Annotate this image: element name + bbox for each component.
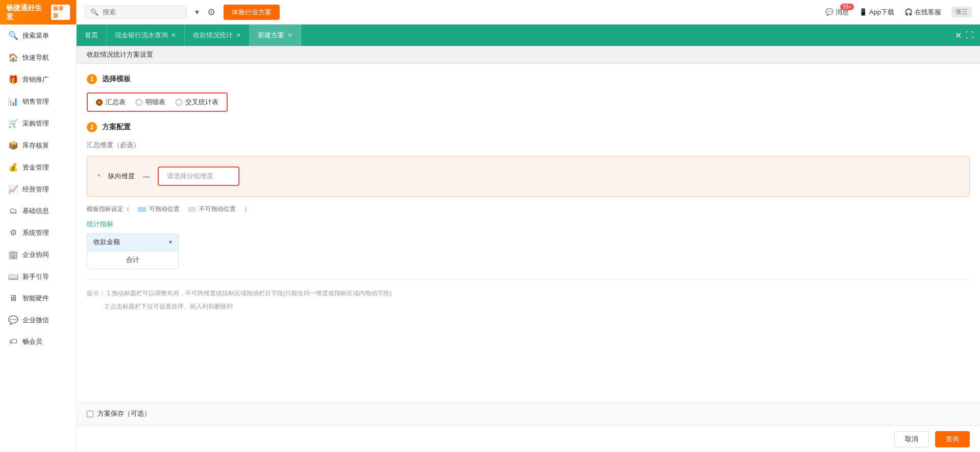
metrics-config: 模板指标设定（ 可拖动位置 不可拖动位置 ） 统计指标 bbox=[87, 205, 970, 269]
metrics-total-text: 合计 bbox=[126, 256, 139, 264]
metrics-total-row: 合计 bbox=[87, 251, 178, 269]
tip2-text: 2.点击标题栏下拉可设置排序、插入列和删除列 bbox=[105, 303, 233, 310]
sidebar-item-enterprise[interactable]: 🏢 企业协同 bbox=[0, 244, 76, 266]
step2-badge: 2 bbox=[87, 122, 97, 132]
user-avatar[interactable]: 张三 bbox=[951, 7, 972, 17]
template-summary-radio[interactable] bbox=[96, 99, 103, 106]
dimension-select[interactable]: 请选择分组维度 bbox=[158, 166, 239, 186]
sidebar-item-marketing[interactable]: 🎁 营销推广 bbox=[0, 68, 76, 90]
marketing-icon: 🎁 bbox=[8, 75, 18, 84]
dimension-arrow: — bbox=[143, 173, 150, 180]
settings-icon[interactable]: ⚙ bbox=[207, 7, 215, 18]
page-body: 1 选择模板 汇总表 明细表 交叉统计表 bbox=[77, 64, 980, 402]
template-cross-radio[interactable] bbox=[176, 99, 182, 106]
dimension-placeholder: 请选择分组维度 bbox=[167, 172, 213, 180]
sidebar-item-label: 新手引导 bbox=[22, 272, 49, 281]
sidebar-item-inventory[interactable]: 📦 库存核算 bbox=[0, 134, 76, 156]
sidebar-item-label: 搜索菜单 bbox=[22, 31, 49, 40]
sidebar-item-label: 资金管理 bbox=[22, 163, 49, 172]
tab-new-plan[interactable]: 新建方案 ✕ bbox=[250, 25, 301, 46]
online-support-button[interactable]: 🎧 在线客服 bbox=[904, 8, 941, 17]
template-summary-option[interactable]: 汇总表 bbox=[96, 98, 126, 107]
sidebar-item-system[interactable]: ⚙ 系统管理 bbox=[0, 222, 76, 244]
template-options: 汇总表 明细表 交叉统计表 bbox=[87, 92, 228, 112]
draggable-legend: 可拖动位置 bbox=[138, 205, 180, 213]
not-draggable-label: 不可拖动位置 bbox=[199, 205, 236, 213]
tab-receipt-stats-label: 收款情况统计 bbox=[193, 31, 233, 40]
tab-receipt-stats[interactable]: 收款情况统计 ✕ bbox=[185, 25, 250, 46]
bottom-action-bar: 取消 查询 bbox=[77, 425, 980, 452]
save-checkbox[interactable] bbox=[87, 411, 93, 417]
step2-title: 方案配置 bbox=[102, 123, 131, 132]
sidebar-item-search-menu[interactable]: 🔍 搜索菜单 bbox=[0, 25, 76, 46]
inventory-icon: 📦 bbox=[8, 140, 18, 150]
app-download-button[interactable]: 📱 App下载 bbox=[859, 8, 894, 17]
metrics-dropdown-icon[interactable]: ▾ bbox=[169, 239, 172, 246]
sidebar-item-label: 快速导航 bbox=[22, 53, 49, 62]
topbar-dropdown-button[interactable]: ▾ bbox=[195, 7, 199, 17]
query-button[interactable]: 查询 bbox=[935, 431, 970, 447]
metrics-section-label: 统计指标 bbox=[87, 220, 970, 229]
industry-plan-button[interactable]: 体验行业方案 bbox=[224, 5, 280, 20]
tab-bank-flow[interactable]: 现金银行流水查询 ✕ bbox=[107, 25, 185, 46]
tab-home-label: 首页 bbox=[85, 31, 98, 40]
sidebar-item-quick-nav[interactable]: 🏠 快速导航 bbox=[0, 46, 76, 68]
smart-hw-icon: 🖥 bbox=[8, 294, 18, 303]
purchase-icon: 🛒 bbox=[8, 118, 18, 128]
notification-button[interactable]: 💬 消息 99+ bbox=[825, 8, 849, 17]
not-draggable-legend: 不可拖动位置 bbox=[188, 205, 236, 213]
tab-expand-button[interactable]: ⛶ bbox=[966, 31, 974, 40]
step2-header: 2 方案配置 bbox=[87, 122, 970, 132]
sidebar-item-smart-hw[interactable]: 🖥 智能硬件 bbox=[0, 288, 76, 309]
sidebar-item-purchase[interactable]: 🛒 采购管理 bbox=[0, 112, 76, 134]
finance-icon: 💰 bbox=[8, 162, 18, 172]
metrics-table: 收款金额 ▾ 合计 bbox=[87, 233, 179, 269]
member-icon: 🏷 bbox=[8, 337, 18, 346]
support-icon: 🎧 bbox=[904, 8, 913, 16]
template-detail-radio[interactable] bbox=[136, 99, 142, 106]
metrics-config-prefix: 模板指标设定（ bbox=[87, 205, 130, 213]
search-input[interactable] bbox=[103, 8, 174, 16]
template-cross-label: 交叉统计表 bbox=[185, 98, 218, 107]
tab-close-all-button[interactable]: ✕ bbox=[955, 31, 962, 40]
tab-home[interactable]: 首页 bbox=[77, 25, 107, 46]
sales-icon: 📊 bbox=[8, 97, 18, 106]
sidebar-item-finance[interactable]: 💰 资金管理 bbox=[0, 156, 76, 178]
sidebar-item-label: 经营管理 bbox=[22, 185, 49, 194]
step1-title: 选择模板 bbox=[102, 75, 131, 84]
step1-badge: 1 bbox=[87, 74, 97, 84]
sidebar-item-member[interactable]: 🏷 畅会员 bbox=[0, 331, 76, 352]
logo-name: 畅捷通好生意 bbox=[6, 4, 47, 21]
tab-bank-flow-close[interactable]: ✕ bbox=[171, 32, 176, 39]
page-breadcrumb: 收款情况统计方案设置 bbox=[77, 46, 980, 64]
sidebar-item-wechat[interactable]: 💬 企业微信 bbox=[0, 309, 76, 331]
not-draggable-indicator bbox=[188, 207, 196, 212]
topbar-search-box[interactable]: 🔍 bbox=[85, 6, 187, 18]
metrics-header-row[interactable]: 收款金额 ▾ bbox=[87, 233, 178, 251]
sidebar-item-operations[interactable]: 📈 经营管理 bbox=[0, 178, 76, 200]
draggable-label: 可拖动位置 bbox=[149, 205, 180, 213]
search-icon: 🔍 bbox=[90, 8, 99, 16]
sidebar-item-basic-info[interactable]: 🗂 基础信息 bbox=[0, 200, 76, 222]
sidebar-item-newbie[interactable]: 📖 新手引导 bbox=[0, 266, 76, 288]
sidebar-item-sales[interactable]: 📊 销售管理 bbox=[0, 90, 76, 112]
topbar-right: 💬 消息 99+ 📱 App下载 🎧 在线客服 张三 bbox=[825, 7, 972, 17]
template-cross-option[interactable]: 交叉统计表 bbox=[176, 98, 218, 107]
vertical-dim-label: 纵向维度 bbox=[108, 172, 135, 181]
quick-nav-icon: 🏠 bbox=[8, 53, 18, 62]
app-download-label: App下载 bbox=[869, 8, 894, 17]
template-detail-option[interactable]: 明细表 bbox=[136, 98, 165, 107]
template-summary-label: 汇总表 bbox=[106, 98, 126, 107]
config-section: 汇总维度（必选） * 纵向维度 — 请选择分组维度 bbox=[87, 140, 970, 312]
enterprise-icon: 🏢 bbox=[8, 250, 18, 259]
tab-receipt-stats-close[interactable]: ✕ bbox=[236, 32, 241, 39]
sidebar-item-label: 库存核算 bbox=[22, 141, 49, 150]
cancel-button[interactable]: 取消 bbox=[894, 431, 929, 447]
system-icon: ⚙ bbox=[8, 228, 18, 237]
tab-new-plan-close[interactable]: ✕ bbox=[287, 32, 292, 39]
required-star: * bbox=[97, 173, 100, 180]
step2-section: 2 方案配置 汇总维度（必选） * 纵向维度 — 请选择分组维度 bbox=[87, 122, 970, 312]
online-support-label: 在线客服 bbox=[915, 8, 941, 17]
operations-icon: 📈 bbox=[8, 184, 18, 194]
step1-section: 1 选择模板 汇总表 明细表 交叉统计表 bbox=[87, 74, 970, 112]
